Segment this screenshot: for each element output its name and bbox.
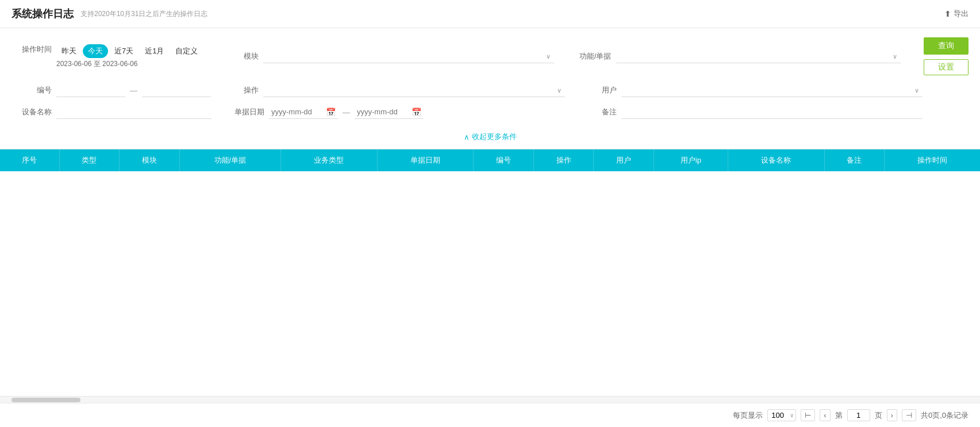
date-filter-group: 单据日期 📅 — 📅 (218, 105, 565, 119)
page-title: 系统操作日志 (11, 7, 74, 21)
module-select[interactable] (263, 49, 554, 63)
col-remark: 备注 (824, 149, 884, 171)
col-op: 操作 (533, 149, 593, 171)
date-from-wrap: 📅 (269, 105, 338, 119)
data-table: 序号 类型 模块 功能/单据 业务类型 单据日期 编号 操作 用户 用户ip 设… (0, 149, 980, 171)
time-btn-today[interactable]: 今天 (83, 44, 108, 58)
func-select[interactable] (616, 49, 901, 63)
export-button[interactable]: ⬆ 导出 (944, 9, 969, 19)
func-filter-group: 功能/单据 ∨ (566, 49, 901, 63)
action-buttons: 查询 设置 (924, 37, 969, 75)
module-filter-group: 模块 ∨ (218, 49, 554, 63)
time-btn-1month[interactable]: 近1月 (140, 44, 169, 58)
col-module: 模块 (120, 149, 179, 171)
filter-row-3: 设备名称 单据日期 📅 — 📅 备注 (11, 105, 969, 119)
user-filter-group: 用户 ∨ (577, 83, 923, 97)
col-op-time: 操作时间 (884, 149, 980, 171)
empty-area (0, 171, 980, 344)
setting-button[interactable]: 设置 (924, 59, 969, 75)
func-select-wrap: ∨ (616, 49, 901, 63)
code-filter-group: 编号 — (11, 83, 218, 97)
module-label: 模块 (218, 51, 259, 61)
remark-filter-group: 备注 (577, 105, 923, 119)
page-label: 第 (835, 410, 843, 421)
device-filter-group: 设备名称 (11, 105, 218, 119)
page-unit: 页 (875, 410, 882, 421)
collapse-row: ∧ 收起更多条件 (11, 127, 969, 144)
op-select-wrap: ∨ (263, 83, 565, 97)
filter-row-2: 编号 — 操作 ∨ 用户 (11, 83, 969, 97)
col-user: 用户 (594, 149, 654, 171)
page-subtitle: 支持2020年10月31日之后产生的操作日志 (80, 9, 207, 19)
code-sep: — (130, 86, 137, 95)
time-date-range: 2023-06-06 至 2023-06-06 (56, 59, 203, 69)
time-filter-group: 操作时间 昨天 今天 近7天 近1月 自定义 2023-06-06 至 2023… (11, 44, 218, 69)
calendar-from-icon[interactable]: 📅 (326, 107, 336, 117)
code-label: 编号 (11, 85, 52, 95)
calendar-to-icon[interactable]: 📅 (412, 107, 421, 117)
pagination-bar: 每页显示 100 10 20 50 200 ∨ ⊢ ‹ 第 页 › ⊣ 共0页,… (0, 403, 980, 427)
user-label: 用户 (577, 85, 617, 95)
filter-row-1: 操作时间 昨天 今天 近7天 近1月 自定义 2023-06-06 至 2023… (11, 37, 969, 75)
col-device: 设备名称 (728, 149, 824, 171)
per-page-select[interactable]: 100 10 20 50 200 (767, 409, 796, 421)
collapse-icon: ∧ (464, 133, 470, 141)
scrollbar-row[interactable] (0, 396, 980, 403)
page-last-button[interactable]: ⊣ (902, 409, 916, 421)
user-select[interactable] (621, 83, 923, 97)
time-btn-group: 昨天 今天 近7天 近1月 自定义 (56, 44, 203, 58)
date-to-wrap: 📅 (355, 105, 424, 119)
col-biz-type: 业务类型 (281, 149, 378, 171)
page-wrapper: 系统操作日志 支持2020年10月31日之后产生的操作日志 ⬆ 导出 操作时间 … (0, 0, 980, 427)
export-label: 导出 (954, 9, 969, 19)
time-label: 操作时间 (11, 44, 52, 55)
remark-label: 备注 (577, 107, 617, 117)
page-total: 共0页,0条记录 (921, 410, 969, 421)
col-type: 类型 (59, 149, 119, 171)
date-sep: — (343, 108, 350, 117)
op-filter-group: 操作 ∨ (218, 83, 565, 97)
page-first-button[interactable]: ⊢ (801, 409, 815, 421)
user-select-wrap: ∨ (621, 83, 923, 97)
page-header: 系统操作日志 支持2020年10月31日之后产生的操作日志 ⬆ 导出 (0, 0, 980, 28)
export-icon: ⬆ (944, 9, 951, 18)
func-label: 功能/单据 (566, 51, 612, 61)
page-num-input[interactable] (847, 409, 870, 421)
op-select[interactable] (263, 83, 565, 97)
header-left: 系统操作日志 支持2020年10月31日之后产生的操作日志 (11, 7, 207, 21)
query-button[interactable]: 查询 (924, 37, 969, 55)
collapse-label: 收起更多条件 (472, 132, 517, 142)
time-controls: 昨天 今天 近7天 近1月 自定义 2023-06-06 至 2023-06-0… (56, 44, 203, 69)
op-label: 操作 (218, 85, 259, 95)
scrollbar-thumb[interactable] (11, 398, 80, 402)
remark-input[interactable] (621, 105, 923, 119)
time-btn-7days[interactable]: 近7天 (109, 44, 139, 58)
per-page-wrap: 100 10 20 50 200 ∨ (767, 409, 796, 421)
page-next-button[interactable]: › (887, 409, 897, 421)
module-select-wrap: ∨ (263, 49, 554, 63)
code-from-input[interactable] (56, 83, 125, 97)
filter-panel: 操作时间 昨天 今天 近7天 近1月 自定义 2023-06-06 至 2023… (0, 28, 980, 149)
table-header: 序号 类型 模块 功能/单据 业务类型 单据日期 编号 操作 用户 用户ip 设… (0, 149, 980, 171)
collapse-button[interactable]: ∧ 收起更多条件 (464, 132, 517, 142)
col-date: 单据日期 (377, 149, 474, 171)
table-container: 序号 类型 模块 功能/单据 业务类型 单据日期 编号 操作 用户 用户ip 设… (0, 149, 980, 396)
date-label: 单据日期 (218, 107, 264, 117)
time-btn-custom[interactable]: 自定义 (170, 44, 203, 58)
per-page-label: 每页显示 (733, 410, 763, 421)
device-input[interactable] (56, 105, 212, 119)
col-code: 编号 (474, 149, 533, 171)
time-btn-yesterday[interactable]: 昨天 (56, 44, 82, 58)
device-label: 设备名称 (11, 107, 52, 117)
col-index: 序号 (0, 149, 59, 171)
col-func: 功能/单据 (179, 149, 280, 171)
table-header-row: 序号 类型 模块 功能/单据 业务类型 单据日期 编号 操作 用户 用户ip 设… (0, 149, 980, 171)
page-prev-button[interactable]: ‹ (820, 409, 830, 421)
col-user-ip: 用户ip (654, 149, 728, 171)
code-to-input[interactable] (142, 83, 211, 97)
